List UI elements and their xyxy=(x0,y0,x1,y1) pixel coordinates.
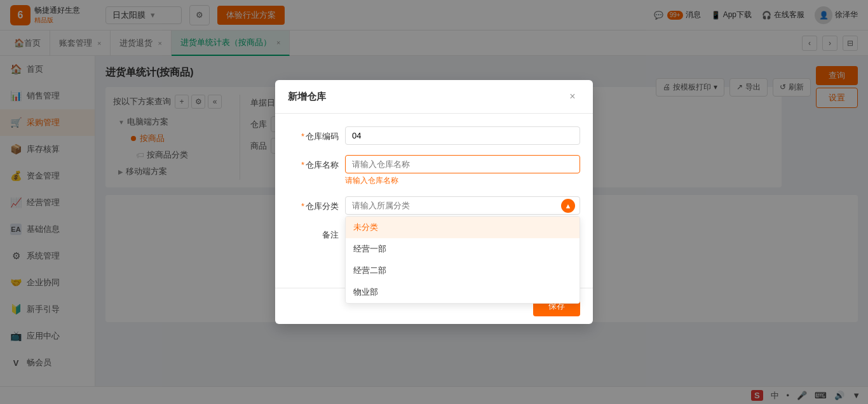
form-row-code: *仓库编码 xyxy=(288,126,580,145)
new-warehouse-dialog: 新增仓库 × *仓库编码 *仓库名称 请输入仓库名称 xyxy=(275,80,593,324)
dropdown-item-dept2[interactable]: 经营二部 xyxy=(346,260,580,281)
dropdown-item-uncategorized[interactable]: 未分类 xyxy=(346,217,580,238)
name-input[interactable] xyxy=(345,155,580,173)
dialog-title: 新增仓库 xyxy=(288,91,326,103)
category-dropdown: 未分类 经营一部 经营二部 物业部 xyxy=(345,216,580,304)
category-dropdown-toggle[interactable]: ▲ xyxy=(561,199,575,213)
dialog-header: 新增仓库 × xyxy=(275,80,593,114)
name-input-wrap: 请输入仓库名称 xyxy=(345,155,580,186)
notes-label: 备注 xyxy=(288,225,339,241)
overlay: 新增仓库 × *仓库编码 *仓库名称 请输入仓库名称 xyxy=(0,0,868,404)
category-input-wrap: ▲ 未分类 经营一部 经营二部 物业部 xyxy=(345,196,580,215)
dropdown-item-dept1[interactable]: 经营一部 xyxy=(346,238,580,260)
form-row-category: *仓库分类 ▲ 未分类 经营一部 经营二部 物业部 xyxy=(288,196,580,215)
code-label: *仓库编码 xyxy=(288,126,339,142)
form-row-name: *仓库名称 请输入仓库名称 xyxy=(288,155,580,186)
code-input[interactable] xyxy=(345,126,580,145)
code-input-wrap xyxy=(345,126,580,145)
dropdown-item-dept3[interactable]: 物业部 xyxy=(346,281,580,303)
dialog-body: *仓库编码 *仓库名称 请输入仓库名称 *仓库分类 xyxy=(275,114,593,288)
category-label: *仓库分类 xyxy=(288,196,339,212)
category-input[interactable] xyxy=(345,196,580,215)
dialog-close-button[interactable]: × xyxy=(565,89,580,104)
name-label: *仓库名称 xyxy=(288,155,339,171)
name-error-tip: 请输入仓库名称 xyxy=(345,175,580,186)
